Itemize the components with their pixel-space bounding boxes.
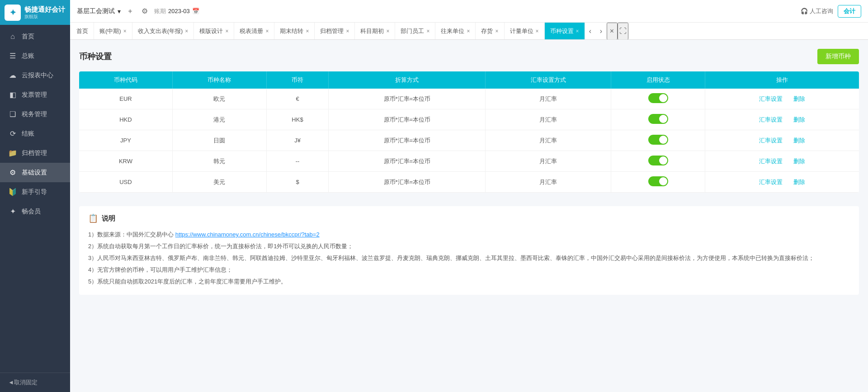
sidebar-item-tax[interactable]: ❑ 税务管理 — [0, 104, 70, 124]
table-header-row: 币种代码 币种名称 币符 折算方式 汇率设置方式 启用状态 操作 — [79, 71, 859, 89]
tab-close-all-button[interactable]: × — [607, 23, 618, 40]
tab-subject-close[interactable]: × — [386, 28, 389, 34]
tab-unit[interactable]: 计量单位 × — [505, 23, 545, 40]
sidebar-item-settings[interactable]: ⚙ 基础设置 — [0, 163, 70, 182]
tab-prev-button[interactable]: ‹ — [585, 23, 596, 40]
tab-home[interactable]: 首页 — [71, 23, 94, 40]
tab-period-end-close[interactable]: × — [306, 28, 309, 34]
notes-link[interactable]: https://www.chinamoney.com.cn/chinese/bk… — [175, 231, 320, 238]
toggle-thumb — [659, 156, 667, 165]
cell-status — [611, 151, 705, 172]
sidebar: ✦ 畅捷通好会计 旗舰版 ⌂ 首页 ☰ 总账 ☁ 云报表中心 ◧ 发票管理 ❑ … — [0, 0, 70, 392]
delete-link[interactable]: 删除 — [793, 116, 805, 123]
calendar-icon[interactable]: 📅 — [192, 8, 199, 14]
company-settings-button[interactable]: ⚙ — [140, 6, 150, 16]
add-company-button[interactable]: + — [125, 6, 135, 16]
currency-table: 币种代码 币种名称 币符 折算方式 汇率设置方式 启用状态 操作 EUR 欧元 … — [79, 71, 859, 193]
status-toggle[interactable] — [648, 156, 668, 165]
tab-dept-close[interactable]: × — [426, 28, 429, 34]
sidebar-item-reports-label: 云报表中心 — [22, 71, 53, 80]
status-toggle[interactable] — [648, 114, 668, 124]
status-toggle[interactable] — [648, 176, 668, 186]
rate-settings-link[interactable]: 汇率设置 — [759, 95, 783, 102]
tab-dept[interactable]: 部门员工 × — [395, 23, 435, 40]
table-row: USD 美元 $ 原币*汇率=本位币 月汇率 汇率设置 删除 — [79, 172, 859, 193]
app-name: 畅捷通好会计 — [24, 5, 65, 14]
rate-settings-link[interactable]: 汇率设置 — [759, 158, 783, 165]
table-row: HKD 港元 HK$ 原币*汇率=本位币 月汇率 汇率设置 删除 — [79, 109, 859, 130]
tab-period-close[interactable]: × — [123, 28, 127, 34]
new-currency-button[interactable]: 新增币种 — [817, 49, 859, 64]
tab-inventory-close[interactable]: × — [495, 28, 498, 34]
sidebar-pin-toggle[interactable]: ◄取消固定 — [0, 373, 70, 392]
period-label: 账期 — [154, 7, 166, 15]
tab-archive[interactable]: 归档管理 × — [315, 23, 355, 40]
tab-currency-close[interactable]: × — [576, 28, 579, 34]
tax-icon: ❑ — [8, 110, 17, 118]
col-status: 启用状态 — [611, 71, 705, 89]
tab-currency[interactable]: 币种设置 × — [545, 23, 585, 40]
tab-inventory[interactable]: 存货 × — [476, 23, 504, 40]
cell-actions: 汇率设置 删除 — [705, 109, 859, 130]
main-area: 基层工会测试 ▾ + ⚙ 账期 2023-03 📅 🎧 人工咨询 会计 首页 账… — [70, 0, 868, 392]
toggle-thumb — [659, 136, 667, 144]
sidebar-item-invoices[interactable]: ◧ 发票管理 — [0, 85, 70, 104]
cell-actions: 汇率设置 删除 — [705, 151, 859, 172]
page-title: 币种设置 — [79, 51, 112, 62]
support-button[interactable]: 🎧 人工咨询 — [801, 7, 833, 15]
toggle-thumb — [659, 94, 667, 102]
rate-settings-link[interactable]: 汇率设置 — [759, 137, 783, 144]
cell-calc: 原币*汇率=本位币 — [329, 89, 486, 109]
tab-template-close[interactable]: × — [225, 28, 228, 34]
status-toggle[interactable] — [648, 93, 668, 103]
sidebar-item-reports[interactable]: ☁ 云报表中心 — [0, 66, 70, 85]
sidebar-item-settlement-label: 结账 — [22, 130, 34, 138]
col-actions: 操作 — [705, 71, 859, 89]
notes-item: 2）系统自动获取每月第一个工作日的汇率标价，统一为直接标价法，即1外币可以兑换的… — [88, 241, 850, 252]
account-button[interactable]: 会计 — [838, 5, 861, 18]
cell-actions: 汇率设置 删除 — [705, 172, 859, 193]
cell-calc: 原币*汇率=本位币 — [329, 151, 486, 172]
tab-period-label: 账(中期) — [99, 27, 121, 35]
tab-partner[interactable]: 往来单位 × — [435, 23, 476, 40]
col-name: 币种名称 — [172, 71, 266, 89]
tab-period-end[interactable]: 期末结转 × — [274, 23, 315, 40]
table-row: JPY 日圆 J¥ 原币*汇率=本位币 月汇率 汇率设置 删除 — [79, 130, 859, 151]
period-value: 2023-03 — [168, 8, 190, 14]
tab-unit-close[interactable]: × — [536, 28, 539, 34]
tab-next-button[interactable]: › — [596, 23, 607, 40]
sidebar-item-member[interactable]: ✦ 畅会员 — [0, 202, 70, 221]
tab-income-close[interactable]: × — [185, 28, 188, 34]
rate-settings-link[interactable]: 汇率设置 — [759, 179, 783, 185]
sidebar-item-settlement[interactable]: ⟳ 结账 — [0, 124, 70, 143]
cell-symbol: $ — [266, 172, 329, 193]
tab-tax[interactable]: 税表清册 × — [234, 23, 274, 40]
toggle-thumb — [659, 177, 667, 185]
company-selector[interactable]: 基层工会测试 ▾ — [77, 7, 121, 15]
sidebar-item-ledger[interactable]: ☰ 总账 — [0, 46, 70, 66]
cell-symbol: J¥ — [266, 130, 329, 151]
tab-subject[interactable]: 科目期初 × — [355, 23, 395, 40]
tab-home-label: 首页 — [76, 27, 88, 35]
delete-link[interactable]: 删除 — [793, 179, 805, 185]
tab-period[interactable]: 账(中期) × — [94, 23, 132, 40]
delete-link[interactable]: 删除 — [793, 137, 805, 144]
tab-income[interactable]: 收入支出表(年报) × — [132, 23, 194, 40]
tab-template[interactable]: 模版设计 × — [194, 23, 234, 40]
sidebar-item-guide[interactable]: 🔰 新手引导 — [0, 182, 70, 202]
delete-link[interactable]: 删除 — [793, 95, 805, 102]
tab-period-end-label: 期末结转 — [280, 27, 303, 35]
tab-tax-close[interactable]: × — [265, 28, 269, 34]
tab-partner-close[interactable]: × — [467, 28, 470, 34]
cell-actions: 汇率设置 删除 — [705, 89, 859, 109]
notes-title: 📋 说明 — [88, 213, 850, 223]
cell-status — [611, 89, 705, 109]
rate-settings-link[interactable]: 汇率设置 — [759, 116, 783, 123]
sidebar-item-home[interactable]: ⌂ 首页 — [0, 27, 70, 46]
cell-code: USD — [79, 172, 172, 193]
delete-link[interactable]: 删除 — [793, 158, 805, 165]
sidebar-item-archive[interactable]: 📁 归档管理 — [0, 143, 70, 163]
status-toggle[interactable] — [648, 135, 668, 145]
tab-expand-button[interactable]: ⛶ — [618, 23, 628, 40]
tab-archive-close[interactable]: × — [346, 28, 349, 34]
